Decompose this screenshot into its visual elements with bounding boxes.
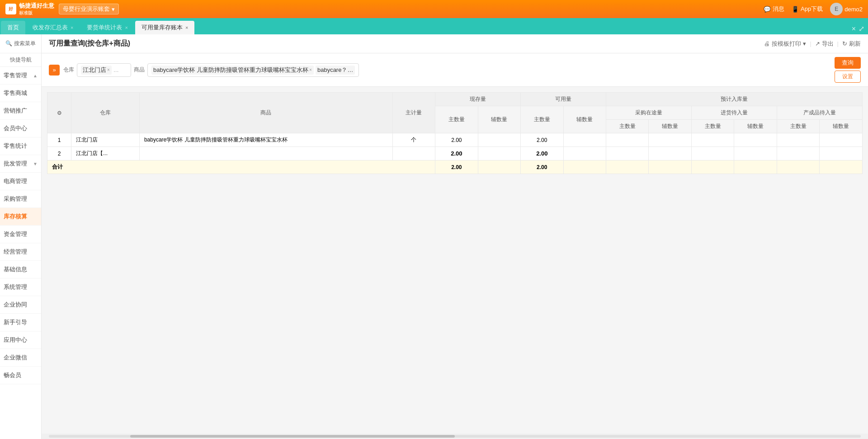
content-area: 可用量查询(按仓库+商品) 🖨 按模板打印 ▾ | ↗ 导出 | ↻ 刷新 (42, 34, 868, 439)
sidebar-item-inventory-check-label: 库存核算 (4, 212, 27, 221)
username-label: demo2 (844, 6, 863, 13)
filter-bar: » 仓库 江北门店 × … 商品 babycare学饮杯 儿童防摔防撞吸管杯重力… (42, 53, 868, 87)
app-download-action[interactable]: 📱 App下载 (792, 5, 823, 13)
tab-order[interactable]: 要货单统计表 × (80, 21, 134, 34)
export-btn[interactable]: ↗ 导出 (815, 40, 834, 48)
sidebar-item-wechat[interactable]: 企业微信 (0, 349, 41, 367)
footer-scrollbar[interactable] (42, 434, 868, 439)
sidebar-item-retail-stats[interactable]: 零售统计 (0, 137, 41, 155)
refresh-btn[interactable]: ↻ 刷新 (842, 40, 861, 48)
cell-ip-aux (734, 133, 777, 147)
tab-receive-close[interactable]: × (71, 25, 73, 30)
tab-order-close[interactable]: × (125, 25, 127, 30)
account-selector[interactable]: 母婴行业演示账套 ▾ (59, 4, 119, 14)
cell-avail-main: 2.00 (521, 147, 563, 160)
warehouse-filter-label: 仓库 (63, 66, 74, 74)
sidebar: 🔍 搜索菜单 快捷导航 零售管理 ▲ 零售商城 营销推广 会员中心 零售统计 批… (0, 34, 42, 439)
warehouse-filter-input[interactable]: 江北门店 × … (77, 63, 131, 77)
sidebar-item-wholesale-label: 批发管理 (4, 160, 27, 168)
template-print-btn[interactable]: 🖨 按模板打印 ▾ (764, 40, 806, 48)
data-table: ⚙ 仓库 商品 主计量 现存量 可用量 预计入库量 主数量 辅数量 主数量 辅数… (47, 92, 863, 174)
settings-button[interactable]: 设置 (835, 71, 861, 83)
close-tab-btn[interactable]: × (852, 25, 856, 33)
sidebar-item-purchase-label: 采购管理 (4, 195, 27, 203)
cell-ip-main (691, 133, 734, 147)
tab-inventory-close[interactable]: × (185, 25, 188, 30)
cell-avail-main: 2.00 (521, 133, 563, 147)
product-filter-input[interactable]: babycare学饮杯 儿童防摔防撞吸管杯重力球吸嘴杯宝宝水杯 × babyca… (147, 63, 359, 77)
sidebar-item-retail-mgmt[interactable]: 零售管理 ▲ (0, 67, 41, 85)
warehouse-more[interactable]: … (113, 67, 119, 73)
search-menu-button[interactable]: 🔍 搜索菜单 (4, 38, 38, 49)
col-header-available: 可用量 (521, 93, 606, 106)
sidebar-item-inventory-check[interactable]: 库存核算 (0, 208, 41, 226)
page-header: 可用量查询(按仓库+商品) 🖨 按模板打印 ▾ | ↗ 导出 | ↻ 刷新 (42, 34, 868, 53)
page-title: 可用量查询(按仓库+商品) (49, 39, 130, 48)
sidebar-item-member2[interactable]: 畅会员 (0, 367, 41, 384)
avatar: E (830, 3, 843, 15)
sidebar-item-marketing[interactable]: 营销推广 (0, 102, 41, 120)
filter-group: 仓库 江北门店 × … 商品 babycare学饮杯 儿童防摔防撞吸管杯重力球吸… (63, 63, 831, 77)
sidebar-item-member-label: 会员中心 (4, 124, 27, 132)
expand-icon: » (52, 66, 56, 73)
table-row: 1 江北门店 babycare学饮杯 儿童防摔防撞吸管杯重力球吸嘴杯宝宝水杯 个… (47, 133, 863, 147)
warehouse-tag-close[interactable]: × (107, 67, 110, 72)
product-filter-label: 商品 (134, 66, 145, 74)
table-row: 2 江北门店【... 2.00 2.00 (47, 147, 863, 160)
col-header-pp-main: 主数量 (777, 120, 819, 133)
summary-ip-aux (734, 160, 777, 174)
filter-expand-btn[interactable]: » (49, 65, 60, 76)
tab-home[interactable]: 首页 (1, 21, 25, 34)
sidebar-item-purchase[interactable]: 采购管理 (0, 190, 41, 208)
tab-receive[interactable]: 收发存汇总表 × (26, 21, 80, 34)
col-header-settings[interactable]: ⚙ (47, 93, 71, 133)
col-header-product: 商品 (139, 93, 392, 133)
top-bar-left: 好 畅捷通好生意 标准版 母婴行业演示账套 ▾ (5, 2, 119, 16)
sidebar-item-wholesale[interactable]: 批发管理 ▼ (0, 155, 41, 173)
cell-current-main: 2.00 (435, 147, 478, 160)
query-button[interactable]: 查询 (835, 57, 861, 69)
sidebar-item-app-center-label: 应用中心 (4, 336, 27, 344)
col-header-pt-aux: 辅数量 (649, 120, 691, 133)
product-tag-1-close[interactable]: × (309, 67, 312, 72)
chevron-down-icon: ▼ (33, 161, 38, 166)
sidebar-item-marketing-label: 营销推广 (4, 107, 27, 115)
sidebar-item-system[interactable]: 系统管理 (0, 279, 41, 296)
sidebar-item-basic[interactable]: 基础信息 (0, 261, 41, 279)
summary-pp-main (777, 160, 819, 174)
cell-product (139, 147, 392, 160)
sidebar-item-finance[interactable]: 资金管理 (0, 226, 41, 243)
main-layout: 🔍 搜索菜单 快捷导航 零售管理 ▲ 零售商城 营销推广 会员中心 零售统计 批… (0, 34, 868, 439)
app-download-icon: 📱 (792, 6, 799, 13)
sidebar-item-retail-mall[interactable]: 零售商城 (0, 85, 41, 102)
user-profile[interactable]: E demo2 (830, 3, 863, 15)
tab-bar: 首页 收发存汇总表 × 要货单统计表 × 可用量库存账本 × × ⤢ (0, 18, 868, 34)
sidebar-item-ecommerce[interactable]: 电商管理 (0, 173, 41, 190)
cell-ip-aux (734, 147, 777, 160)
tab-inventory[interactable]: 可用量库存账本 × (135, 21, 194, 34)
chevron-down-icon: ▾ (112, 6, 115, 13)
col-header-warehouse: 仓库 (71, 93, 140, 133)
cell-index: 1 (47, 133, 71, 147)
tab-inventory-label: 可用量库存账本 (142, 24, 183, 32)
scrollbar-track (49, 435, 861, 438)
sidebar-quick-nav[interactable]: 快捷导航 (0, 53, 41, 67)
cell-index: 2 (47, 147, 71, 160)
sidebar-item-newbie[interactable]: 新手引导 (0, 314, 41, 331)
logo-icon: 好 (5, 4, 16, 14)
sidebar-item-app-center[interactable]: 应用中心 (0, 331, 41, 349)
page-actions: 🖨 按模板打印 ▾ | ↗ 导出 | ↻ 刷新 (764, 40, 861, 48)
sidebar-item-basic-label: 基础信息 (4, 265, 27, 274)
sidebar-item-enterprise[interactable]: 企业协同 (0, 296, 41, 314)
message-action[interactable]: 💬 消息 (764, 5, 784, 13)
sidebar-item-member[interactable]: 会员中心 (0, 120, 41, 137)
message-label: 消息 (773, 5, 784, 13)
sidebar-item-operations[interactable]: 经营管理 (0, 243, 41, 261)
cell-pt-aux (649, 133, 691, 147)
col-header-current-stock: 现存量 (435, 93, 521, 106)
summary-pp-aux (820, 160, 863, 174)
cell-ip-main (691, 147, 734, 160)
col-header-current-aux: 辅数量 (478, 106, 520, 133)
fullscreen-btn[interactable]: ⤢ (859, 24, 864, 33)
top-bar-right: 💬 消息 📱 App下载 E demo2 (764, 3, 863, 15)
